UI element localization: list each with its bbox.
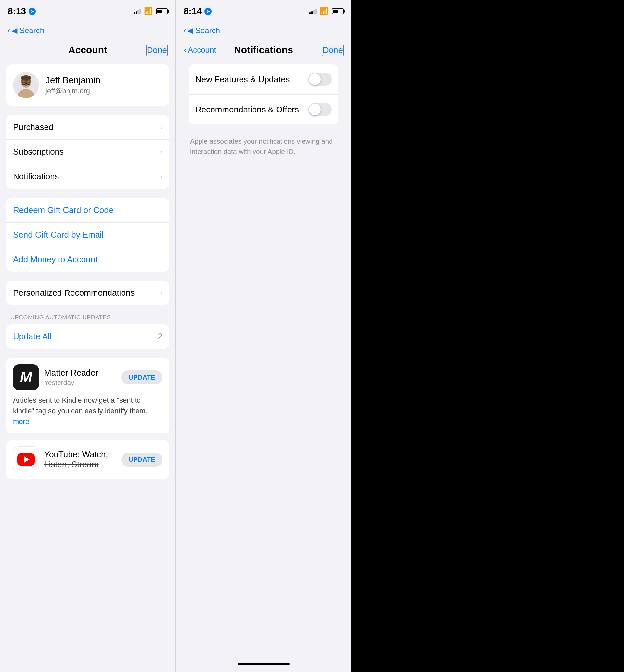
right-signal-bar-3	[313, 10, 315, 14]
matter-reader-icon: M	[13, 364, 39, 390]
right-location-icon: ➤	[204, 8, 212, 15]
battery-icon	[156, 8, 168, 14]
left-search-bar[interactable]: ‹ ◀ Search	[0, 23, 176, 38]
right-chevron-left-icon: ‹	[184, 26, 186, 35]
new-features-toggle[interactable]	[308, 73, 332, 86]
youtube-name: YouTube: Watch,	[44, 449, 116, 460]
account-menu-section: Purchased › Subscriptions › Notification…	[6, 115, 169, 189]
left-nav-bar: Account Done	[0, 38, 176, 62]
location-icon: ➤	[29, 8, 36, 15]
gift-card-section: Redeem Gift Card or Code Send Gift Card …	[6, 198, 169, 272]
matter-reader-description: Articles sent to Kindle now get a "sent …	[6, 390, 169, 434]
notifications-footer: Apple associates your notifications view…	[182, 131, 345, 157]
right-status-icons: 📶	[309, 7, 343, 16]
right-wifi-icon: 📶	[320, 7, 329, 16]
home-indicator	[176, 656, 351, 672]
notifications-item[interactable]: Notifications ›	[6, 164, 169, 189]
right-signal-bar-1	[309, 12, 311, 14]
signal-bar-2	[135, 11, 137, 14]
left-status-bar: 8:13 ➤ 📶	[0, 0, 176, 23]
recommendations-offers-label: Recommendations & Offers	[195, 105, 299, 115]
account-back-label: Account	[188, 46, 216, 55]
left-panel-content: Jeff Benjamin jeff@bnjm.org Purchased › …	[0, 62, 176, 672]
done-button[interactable]: Done	[146, 45, 168, 56]
right-search-back-button[interactable]: ‹ ◀ Search	[184, 26, 220, 35]
left-phone-panel: 8:13 ➤ 📶 ‹ ◀ Search Account Done	[0, 0, 176, 672]
youtube-triangle-icon	[24, 456, 30, 463]
youtube-card: YouTube: Watch, Listen, Stream UPDATE	[6, 440, 169, 479]
add-money-label: Add Money to Account	[13, 254, 98, 264]
send-gift-card-item[interactable]: Send Gift Card by Email	[6, 223, 169, 247]
matter-reader-card: M Matter Reader Yesterday UPDATE Article…	[6, 358, 169, 434]
notifications-label: Notifications	[13, 172, 59, 182]
personalized-recommendations-section: Personalized Recommendations ›	[6, 281, 169, 305]
right-phone-panel: 8:14 ➤ 📶 ‹ ◀ Search ‹ Account N	[176, 0, 351, 672]
personalized-recommendations-label: Personalized Recommendations	[13, 288, 134, 298]
new-features-row: New Features & Updates	[189, 64, 338, 95]
send-gift-card-label: Send Gift Card by Email	[13, 230, 104, 240]
right-panel-content: New Features & Updates Recommendations &…	[176, 62, 351, 656]
account-back-button[interactable]: ‹ Account	[184, 45, 216, 55]
notifications-chevron-icon: ›	[160, 173, 162, 181]
right-signal-bars-icon	[309, 8, 316, 14]
purchased-item[interactable]: Purchased ›	[6, 115, 169, 140]
right-done-button[interactable]: Done	[322, 45, 343, 56]
left-status-time: 8:13 ➤	[8, 6, 36, 17]
youtube-meta: YouTube: Watch, Listen, Stream	[44, 449, 116, 469]
svg-point-7	[21, 75, 31, 81]
update-all-row: Update All 2	[6, 324, 169, 349]
matter-reader-meta: Matter Reader Yesterday	[44, 368, 116, 387]
background-fill	[351, 0, 624, 672]
user-email: jeff@bnjm.org	[46, 87, 100, 95]
user-info: Jeff Benjamin jeff@bnjm.org	[46, 75, 100, 95]
user-card: Jeff Benjamin jeff@bnjm.org	[6, 64, 169, 106]
right-search-bar[interactable]: ‹ ◀ Search	[176, 23, 351, 38]
matter-reader-row: M Matter Reader Yesterday UPDATE	[6, 358, 169, 390]
redeem-gift-card-item[interactable]: Redeem Gift Card or Code	[6, 198, 169, 223]
recommendations-offers-row: Recommendations & Offers	[189, 95, 338, 125]
right-status-bar: 8:14 ➤ 📶	[176, 0, 351, 23]
subscriptions-item[interactable]: Subscriptions ›	[6, 140, 169, 164]
new-features-toggle-knob	[309, 73, 321, 85]
youtube-icon	[13, 446, 39, 472]
time-display: 8:13	[8, 6, 26, 17]
recommendations-toggle-knob	[309, 104, 321, 115]
right-battery-fill	[333, 10, 338, 13]
right-battery-icon	[332, 8, 343, 14]
search-back-label: ◀ Search	[11, 26, 44, 35]
right-search-back-label: ◀ Search	[187, 26, 220, 35]
wifi-icon: 📶	[144, 7, 153, 16]
right-signal-bar-4	[315, 9, 316, 14]
updates-section: UPCOMING AUTOMATIC UPDATES Update All 2 …	[6, 314, 169, 479]
personalized-chevron-icon: ›	[160, 289, 162, 297]
page-title: Account	[68, 45, 107, 56]
update-all-label[interactable]: Update All	[13, 332, 52, 341]
purchased-label: Purchased	[13, 122, 53, 132]
update-all-card: Update All 2	[6, 324, 169, 349]
youtube-name-continued: Listen, Stream	[44, 460, 116, 469]
search-back-button[interactable]: ‹ ◀ Search	[8, 26, 44, 35]
left-status-icons: 📶	[134, 7, 168, 16]
chevron-left-icon: ‹	[8, 26, 10, 35]
add-money-item[interactable]: Add Money to Account	[6, 247, 169, 272]
matter-reader-name: Matter Reader	[44, 368, 116, 378]
signal-bar-1	[134, 12, 135, 14]
right-nav-bar: ‹ Account Notifications Done	[176, 38, 351, 62]
signal-bar-4	[139, 9, 141, 14]
subscriptions-label: Subscriptions	[13, 147, 64, 157]
account-back-chevron-icon: ‹	[184, 45, 186, 55]
recommendations-toggle[interactable]	[308, 103, 332, 116]
subscriptions-chevron-icon: ›	[160, 148, 162, 156]
purchased-chevron-icon: ›	[160, 123, 162, 132]
right-status-time: 8:14 ➤	[184, 6, 212, 17]
matter-reader-date: Yesterday	[44, 379, 116, 387]
personalized-recommendations-item[interactable]: Personalized Recommendations ›	[6, 281, 169, 305]
youtube-row: YouTube: Watch, Listen, Stream UPDATE	[6, 440, 169, 479]
youtube-update-button[interactable]: UPDATE	[121, 453, 162, 467]
matter-reader-update-button[interactable]: UPDATE	[121, 370, 162, 384]
notifications-section-card: New Features & Updates Recommendations &…	[189, 64, 338, 125]
user-name: Jeff Benjamin	[46, 75, 100, 85]
signal-bars-icon	[134, 8, 141, 14]
home-bar	[238, 663, 290, 665]
matter-more-link[interactable]: more	[13, 418, 29, 426]
